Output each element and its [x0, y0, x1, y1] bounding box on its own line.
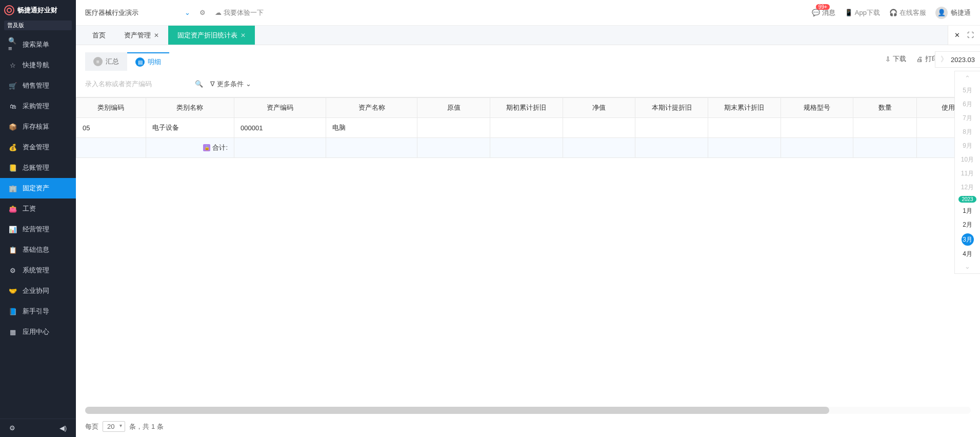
filter-row: 🔍 ∇ 更多条件 ⌄	[76, 71, 980, 97]
sidebar-item-3[interactable]: 🛍采购管理	[0, 96, 76, 116]
menu-icon: 🏢	[8, 184, 17, 193]
period-month[interactable]: 7月	[963, 113, 972, 124]
brand-logo: 畅捷通好业财	[0, 0, 76, 21]
th-cat-name[interactable]: 类别名称	[146, 98, 234, 118]
period-month[interactable]: 10月	[961, 154, 974, 165]
summary-icon: ≡	[93, 57, 103, 66]
table-row[interactable]: 05电子设备000001电脑	[76, 118, 980, 138]
page-tab-2[interactable]: 固定资产折旧统计表✕	[168, 26, 255, 45]
table-header-row: 类别编码 类别名称 资产编码 资产名称 原值 期初累计折旧 净值 本期计提折旧 …	[76, 98, 980, 118]
menu-icon: 🔍≡	[8, 40, 17, 49]
period-month[interactable]: 5月	[963, 85, 972, 96]
menu-icon: 💰	[8, 143, 17, 152]
org-name: 医疗器械行业演示	[85, 8, 138, 17]
period-current-tag[interactable]: 》 2023.03	[935, 51, 980, 68]
more-filters-button[interactable]: ∇ 更多条件 ⌄	[210, 80, 251, 89]
page-tab-1[interactable]: 资产管理✕	[115, 26, 168, 45]
menu-icon: 🤝	[8, 286, 17, 295]
menu-icon: ⚙	[8, 266, 17, 275]
sidebar-item-0[interactable]: 🔍≡搜索菜单	[0, 34, 76, 55]
view-tabs: ≡ 汇总 ▤ 明细	[76, 45, 980, 71]
period-month[interactable]: 2月	[963, 220, 972, 230]
download-button[interactable]: ⇩下载	[885, 54, 906, 64]
sidebar-item-12[interactable]: 🤝企业协同	[0, 281, 76, 301]
close-tab-icon[interactable]: ✕	[154, 32, 159, 39]
fullscreen-icon[interactable]: ⛶	[967, 31, 974, 39]
settings-gear-icon[interactable]: ⚙	[199, 9, 206, 16]
brand-icon	[4, 5, 14, 15]
close-all-tabs-icon[interactable]: ✕	[954, 31, 960, 39]
th-begin-dep[interactable]: 期初累计折旧	[490, 98, 563, 118]
search-input[interactable]	[85, 77, 188, 91]
collapse-period-icon[interactable]: 》	[941, 55, 948, 64]
sidebar-item-1[interactable]: ☆快捷导航	[0, 55, 76, 75]
page-tabs: 首页资产管理✕固定资产折旧统计表✕ ✕ ⛶	[76, 26, 980, 45]
sidebar-item-4[interactable]: 📦库存核算	[0, 116, 76, 137]
sidebar-item-13[interactable]: 📘新手引导	[0, 301, 76, 322]
menu-icon: 📦	[8, 122, 17, 131]
support-button[interactable]: 🎧 在线客服	[889, 8, 926, 17]
period-next-icon[interactable]: ⌄	[965, 263, 970, 270]
horizontal-scrollbar[interactable]	[85, 407, 971, 414]
period-month[interactable]: 9月	[963, 141, 972, 151]
app-download-button[interactable]: 📱 App下载	[845, 8, 880, 17]
view-tab-summary[interactable]: ≡ 汇总	[85, 52, 127, 71]
messages-button[interactable]: 99+ 💬 消息	[812, 8, 835, 17]
period-month[interactable]: 3月	[962, 233, 974, 246]
th-orig[interactable]: 原值	[417, 98, 490, 118]
menu-icon: 🛒	[8, 81, 17, 90]
brand-name: 畅捷通好业财	[17, 6, 57, 15]
th-asset-name[interactable]: 资产名称	[326, 98, 417, 118]
period-year-badge: 2023	[958, 196, 976, 203]
close-tab-icon[interactable]: ✕	[241, 32, 246, 39]
pagination: 每页 20 条，共 1 条	[76, 416, 980, 437]
period-month[interactable]: 8月	[963, 127, 972, 137]
topbar-right: 99+ 💬 消息 📱 App下载 🎧 在线客服 👤 畅捷通	[812, 7, 971, 19]
table-total-row: 🔒合计:	[76, 138, 980, 158]
sidebar-item-2[interactable]: 🛒销售管理	[0, 75, 76, 96]
search-icon[interactable]: 🔍	[195, 80, 203, 88]
period-month[interactable]: 4月	[963, 249, 972, 260]
sidebar-item-10[interactable]: 📋基础信息	[0, 240, 76, 260]
tabs-actions: ✕ ⛶	[948, 26, 980, 45]
period-month[interactable]: 11月	[961, 168, 974, 179]
menu-icon: 📒	[8, 163, 17, 172]
per-page-label: 每页	[85, 422, 98, 431]
period-month[interactable]: 1月	[963, 206, 972, 216]
per-page-select[interactable]: 20	[103, 421, 125, 432]
menu-icon: 👛	[8, 204, 17, 213]
th-end-dep[interactable]: 期末累计折旧	[708, 98, 781, 118]
sidebar-item-9[interactable]: 📊经营管理	[0, 219, 76, 240]
sidebar-item-11[interactable]: ⚙系统管理	[0, 260, 76, 281]
period-prev-icon[interactable]: ⌃	[965, 74, 970, 82]
try-button[interactable]: ☁ 我要体验一下	[215, 8, 264, 17]
headset-icon: 🎧	[889, 9, 897, 16]
user-menu[interactable]: 👤 畅捷通	[935, 7, 971, 19]
collapse-sidebar-icon[interactable]: ◀)	[59, 424, 67, 432]
period-month[interactable]: 12月	[961, 182, 974, 193]
th-cat-code[interactable]: 类别编码	[76, 98, 146, 118]
th-qty[interactable]: 数量	[853, 98, 916, 118]
sidebar: 畅捷通好业财 普及版 🔍≡搜索菜单☆快捷导航🛒销售管理🛍采购管理📦库存核算💰资金…	[0, 0, 76, 437]
settings-icon[interactable]: ⚙	[9, 424, 15, 432]
view-tab-detail[interactable]: ▤ 明细	[127, 52, 169, 71]
org-selector[interactable]: 医疗器械行业演示 ⌄	[85, 8, 190, 17]
scrollbar-thumb[interactable]	[85, 407, 829, 414]
sidebar-item-14[interactable]: ▦应用中心	[0, 322, 76, 342]
th-asset-code[interactable]: 资产编码	[234, 98, 326, 118]
content-panel: ≡ 汇总 ▤ 明细 ⇩下载 🖨打印 ⟳刷新 🔍 ∇ 更多条件 ⌄	[76, 45, 980, 437]
phone-icon: 📱	[845, 9, 853, 16]
chevron-down-icon: ⌄	[246, 80, 251, 88]
menu-icon: 📊	[8, 225, 17, 234]
sidebar-item-7[interactable]: 🏢固定资产	[0, 178, 76, 198]
sidebar-footer: ⚙ ◀)	[0, 419, 76, 437]
sidebar-item-5[interactable]: 💰资金管理	[0, 137, 76, 157]
period-month[interactable]: 6月	[963, 99, 972, 110]
menu-icon: 📋	[8, 245, 17, 254]
th-cur-dep[interactable]: 本期计提折旧	[635, 98, 708, 118]
sidebar-item-8[interactable]: 👛工资	[0, 198, 76, 219]
th-spec[interactable]: 规格型号	[781, 98, 853, 118]
th-net[interactable]: 净值	[563, 98, 635, 118]
sidebar-item-6[interactable]: 📒总账管理	[0, 157, 76, 178]
page-tab-0[interactable]: 首页	[83, 26, 115, 45]
